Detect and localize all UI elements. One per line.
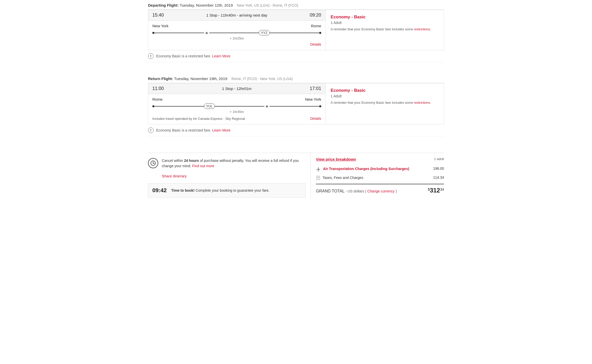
air-transport-text: Air Transportation Charges (Including Su… [323,167,409,171]
returning-flight-header-bar: 11:00 1 Stop - 12hr01m 17:01 [148,83,325,94]
departing-segment-1 [154,33,204,33]
departing-flight-header-bar: 15:40 1 Stop - 11hr40m - arriving next d… [148,10,325,21]
departing-segment-3 [269,33,319,33]
returning-date: Tuesday, November 19th, 2019 [174,76,227,81]
svg-line-2 [153,163,154,164]
returning-label-bold: Return Flight: [148,76,173,81]
bottom-right: View price breakdown 1 adult Air Transpo… [311,153,444,198]
returning-route: Rome, IT (FCO) - New York, US (LGA) [231,77,293,81]
returning-restrictions-link[interactable]: restrictions. [414,101,431,105]
departing-segment-2 [209,33,259,33]
departing-arrive-time: 09:20 [306,12,321,18]
departing-to-city: Rome [311,24,321,28]
returning-warning-bar: ! Economy Basic is a restricted fare. Le… [148,124,444,136]
air-transport-label: Air Transportation Charges (Including Su… [316,166,429,173]
returning-label: Return Flight: Tuesday, November 19th, 2… [148,76,293,81]
total-cents: 34 [440,187,444,191]
returning-layover: + 1hr35m [152,110,321,114]
departing-label-bold: Departing Flight: [148,3,179,7]
returning-wifi-icon: ⋇ [265,104,268,108]
returning-details-link[interactable]: Details [310,116,321,121]
returning-fare-note: A reminder that your Economy Basic fare … [331,100,439,105]
departing-details-link[interactable]: Details [152,42,321,46]
returning-fare-title: Economy - Basic [331,88,439,93]
departing-date: Tuesday, November 12th, 2019 [180,3,233,7]
returning-origin-dot [152,105,154,107]
departing-learn-more-link[interactable]: Learn More [212,54,231,58]
departing-warning-bar: ! Economy Basic is a restricted fare. Le… [148,50,444,62]
returning-to-city: New York [305,97,321,101]
departing-stop-info: 1 Stop - 11hr40m - arriving next day [168,13,306,17]
share-itinerary-button[interactable]: Share itinerary [162,174,187,178]
price-header-col: 1 adult [434,157,444,164]
departing-flight-card: 15:40 1 Stop - 11hr40m - arriving next d… [148,10,444,50]
returning-from-city: Rome [152,97,163,101]
receipt-icon [316,176,320,181]
clock-icon [148,158,158,168]
cancel-text: Cancel within 24 hours of purchase witho… [162,158,305,169]
departing-wifi-icon: ⋇ [205,31,208,35]
departing-depart-time: 15:40 [152,12,168,18]
price-header: View price breakdown 1 adult [316,157,444,164]
departing-fare-note-text: A reminder that your Economy Basic fare … [331,27,414,31]
returning-route-line: YUL ⋇ [152,103,321,109]
returning-fare-note-text: A reminder that your Economy Basic fare … [331,101,414,105]
timer-text-after: Complete your booking to guarantee your … [195,188,269,192]
grand-total-text: GRAND TOTAL [316,189,344,193]
departing-cities: New York Rome [152,24,321,28]
departing-fare-title: Economy - Basic [331,15,439,20]
grand-total-amount: $31234 [428,187,444,194]
currency-note: - US dollars ( [346,189,367,193]
returning-depart-time: 11:00 [152,86,168,91]
departing-flight-body: New York Rome ⋇ YYZ + 1hr25m Details [148,21,325,50]
departing-fare-info: Economy - Basic 1 Adult A reminder that … [326,10,444,50]
grand-total-label: GRAND TOTAL - US dollars ( Change curren… [316,189,397,193]
returning-stopover-badge: YUL [204,103,215,109]
departing-restrictions-link[interactable]: restrictions. [414,27,431,31]
currency-close: ) [396,189,397,193]
timer-text: Time to book! Complete your booking to g… [171,188,269,193]
timer-bar: 09:42 Time to book! Complete your bookin… [148,183,305,198]
departing-fare-note: A reminder that your Economy Basic fare … [331,27,439,32]
departing-from-city: New York [152,24,168,28]
returning-dest-dot [319,105,321,107]
returning-arrive-time: 17:01 [306,86,321,91]
returning-fare-pax: 1 Adult [331,94,439,98]
taxes-label: Taxes, Fees and Charges [316,175,429,181]
cancel-info: Cancel within 24 hours of purchase witho… [148,158,305,169]
returning-warning-text: Economy Basic is a restricted fare. [156,128,211,132]
find-out-more-link[interactable]: Find out more [192,164,214,168]
returning-flight-card: 11:00 1 Stop - 12hr01m 17:01 Rome New Yo… [148,83,444,124]
departing-warning-text: Economy Basic is a restricted fare. [156,54,211,58]
departing-flight-left: 15:40 1 Stop - 11hr40m - arriving next d… [148,10,326,50]
returning-operated-by: Includes travel operated by Air Canada E… [152,117,245,121]
taxes-label-text: Taxes, Fees and Charges [323,175,363,180]
departing-route-line: ⋇ YYZ [152,30,321,35]
airplane-icon [316,167,321,173]
grand-total-row: GRAND TOTAL - US dollars ( Change curren… [316,187,444,194]
departing-layover: + 1hr25m [152,36,321,40]
timer-time: 09:42 [152,187,168,194]
returning-flight-left: 11:00 1 Stop - 12hr01m 17:01 Rome New Yo… [148,83,326,124]
change-currency-link[interactable]: Change currency [367,189,394,193]
returning-flight-body: Rome New York YUL ⋇ + 1hr35m Includes tr… [148,94,325,124]
total-main: 312 [430,187,440,194]
air-transport-amount: 198.00 [429,166,444,171]
departing-warning-icon: ! [148,53,154,59]
bottom-left: Cancel within 24 hours of purchase witho… [148,153,311,198]
taxes-row: Taxes, Fees and Charges 114.34 [316,175,444,181]
section-spacer-1 [148,67,444,73]
returning-stop-info: 1 Stop - 12hr01m [168,86,306,91]
cancel-bold-text: 24 hours [184,159,199,163]
returning-warning-icon: ! [148,127,154,133]
cancel-text-before: Cancel within [162,159,184,163]
departing-fare-pax: 1 Adult [331,21,439,25]
timer-bold: Time to book! [171,188,195,192]
departing-route: New York, US (LGA) - Rome, IT (FCO) [237,3,298,7]
returning-learn-more-link[interactable]: Learn More [212,128,231,132]
departing-dest-dot [319,32,321,34]
price-divider [316,184,444,184]
returning-cities: Rome New York [152,97,321,101]
returning-segment-2 [215,106,264,107]
view-price-breakdown-link[interactable]: View price breakdown [316,157,356,161]
